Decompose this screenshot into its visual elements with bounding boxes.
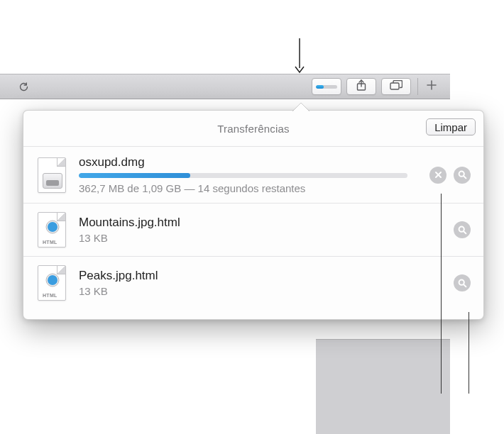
file-icon-dmg bbox=[38, 157, 66, 193]
magnifier-icon bbox=[458, 170, 467, 179]
toolbar-right-group bbox=[312, 78, 444, 95]
downloads-mini-progress-fill bbox=[316, 85, 324, 89]
safari-compass-icon bbox=[45, 273, 60, 287]
magnifier-icon bbox=[458, 226, 467, 235]
file-meta: 362,7 MB de 1,09 GB — 14 segundos restan… bbox=[79, 182, 422, 194]
share-button[interactable] bbox=[346, 78, 376, 95]
item-actions bbox=[454, 221, 471, 238]
download-item: osxupd.dmg 362,7 MB de 1,09 GB — 14 segu… bbox=[23, 146, 483, 203]
browser-toolbar bbox=[0, 74, 450, 99]
downloads-popover: Transferências Limpar osxupd.dmg 362,7 M… bbox=[23, 110, 484, 320]
html-badge: HTML bbox=[43, 240, 57, 245]
annotation-callout-line bbox=[469, 312, 469, 394]
popover-title: Transferências bbox=[217, 123, 289, 135]
reload-button[interactable] bbox=[14, 78, 33, 95]
download-item: HTML Peaks.jpg.html 13 KB bbox=[23, 256, 483, 319]
file-name: Mountains.jpg.html bbox=[79, 216, 447, 230]
file-info: Peaks.jpg.html 13 KB bbox=[79, 269, 447, 297]
reveal-in-finder-button[interactable] bbox=[454, 167, 471, 184]
stop-download-button[interactable] bbox=[429, 167, 447, 184]
file-icon-html: HTML bbox=[38, 212, 66, 247]
popover-header: Transferências Limpar bbox=[23, 111, 483, 146]
plus-icon bbox=[427, 80, 437, 93]
disk-image-icon bbox=[43, 173, 62, 189]
html-badge: HTML bbox=[43, 293, 57, 298]
reveal-in-finder-button[interactable] bbox=[454, 274, 471, 291]
magnifier-icon bbox=[458, 279, 467, 288]
file-meta: 13 KB bbox=[79, 285, 447, 297]
clear-button[interactable]: Limpar bbox=[426, 118, 476, 135]
downloads-mini-progress bbox=[316, 85, 337, 89]
file-icon-html: HTML bbox=[38, 265, 66, 301]
item-actions bbox=[454, 274, 471, 291]
file-meta: 13 KB bbox=[79, 232, 447, 244]
reload-icon bbox=[18, 82, 29, 92]
safari-compass-icon bbox=[45, 220, 60, 234]
svg-rect-1 bbox=[390, 83, 399, 89]
download-item: HTML Mountains.jpg.html 13 KB bbox=[23, 203, 483, 256]
downloads-button[interactable] bbox=[312, 78, 341, 95]
tabs-icon bbox=[390, 80, 402, 93]
file-name: Peaks.jpg.html bbox=[79, 269, 447, 283]
annotation-callout-line bbox=[441, 194, 442, 394]
file-info: osxupd.dmg 362,7 MB de 1,09 GB — 14 segu… bbox=[79, 155, 422, 194]
file-name: osxupd.dmg bbox=[79, 155, 422, 169]
new-tab-button[interactable] bbox=[417, 78, 444, 95]
share-icon bbox=[356, 79, 366, 94]
tabs-button[interactable] bbox=[381, 78, 411, 95]
annotation-arrow bbox=[294, 38, 305, 74]
download-progress-fill bbox=[79, 173, 190, 178]
close-icon bbox=[434, 171, 442, 179]
reveal-in-finder-button[interactable] bbox=[454, 221, 471, 238]
window-chrome-fragment bbox=[316, 339, 450, 434]
file-info: Mountains.jpg.html 13 KB bbox=[79, 216, 447, 244]
download-progress-bar bbox=[79, 173, 407, 178]
item-actions bbox=[429, 167, 471, 184]
